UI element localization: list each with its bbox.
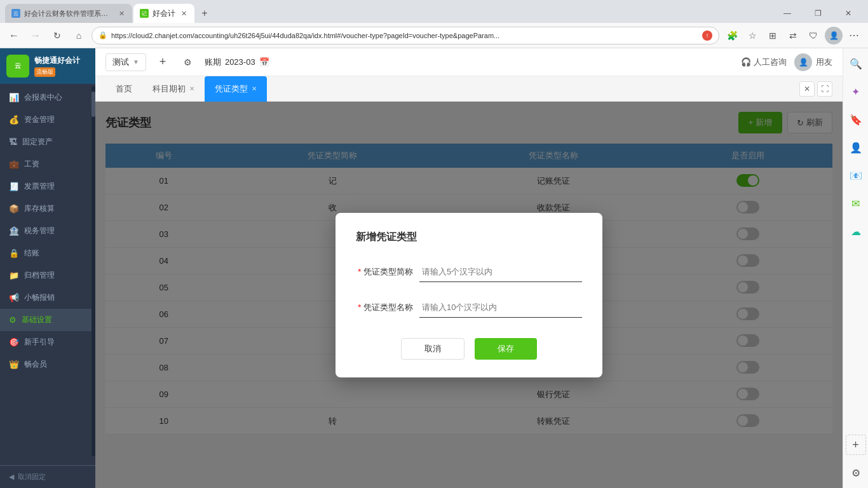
modal-title: 新增凭证类型	[356, 231, 582, 244]
sidebar-item-funds[interactable]: 💰 资金管理	[0, 109, 95, 131]
sidebar-item-tax[interactable]: 🏦 税务管理	[0, 220, 95, 242]
logo-title: 畅捷通好会计	[34, 55, 80, 66]
workspace-name: 测试	[112, 57, 129, 68]
abbr-required-star: *	[358, 267, 361, 276]
sidebar-item-expense[interactable]: 📢 小畅报销	[0, 287, 95, 309]
tab-subjects-label: 科目期初	[153, 83, 186, 95]
app-container: 云 畅捷通好会计 流畅版 📊 会报表中心 💰 资金管理 🏗 固定资产 💼 工资	[0, 48, 868, 488]
funds-icon: 💰	[9, 115, 19, 125]
tab-home-label: 首页	[116, 83, 132, 95]
reports-label: 会报表中心	[24, 92, 62, 103]
salary-label: 工资	[24, 159, 39, 170]
right-feather-btn[interactable]: ✉	[846, 193, 866, 214]
profile-btn[interactable]: 👤	[825, 27, 843, 44]
sidebar: 云 畅捷通好会计 流畅版 📊 会报表中心 💰 资金管理 🏗 固定资产 💼 工资	[0, 48, 95, 488]
tab-subjects[interactable]: 科目期初 ✕	[142, 76, 205, 102]
reports-icon: 📊	[9, 93, 19, 102]
checkout-label: 结账	[24, 248, 39, 259]
forward-btn[interactable]: →	[27, 27, 44, 44]
user-info[interactable]: 👤 用友	[794, 53, 832, 71]
right-search-btn[interactable]: 🔍	[846, 53, 866, 74]
tab-voucher-type[interactable]: 凭证类型 ✕	[205, 76, 267, 102]
extensions-area: 🧩 ☆ ⊞ ⇄ 🛡 👤 ⋯	[723, 27, 863, 44]
address-bar[interactable]: 🔒 https://cloud2.chanjet.com/accounting/…	[92, 27, 719, 44]
name-label-text: 凭证类型名称	[363, 302, 413, 312]
tab-subjects-close[interactable]: ✕	[189, 85, 194, 92]
address-text: https://cloud2.chanjet.com/accounting/uh…	[111, 32, 698, 39]
browser-controls: ← → ↻ ⌂ 🔒 https://cloud2.chanjet.com/acc…	[0, 23, 868, 48]
abbr-input[interactable]	[419, 262, 582, 282]
page-content: 凭证类型 + 新增 ↻ 刷新 编号 凭证类型简称	[95, 102, 843, 488]
right-bookmark-btn[interactable]: 🔖	[846, 109, 866, 130]
sidebar-item-vip[interactable]: 👑 畅会员	[0, 353, 95, 376]
archive-icon: 📁	[9, 271, 19, 280]
tab-voucher-close[interactable]: ✕	[252, 85, 257, 92]
sidebar-item-checkout[interactable]: 🔒 结账	[0, 242, 95, 264]
right-cloud-btn[interactable]: ☁	[846, 221, 866, 241]
sidebar-item-guide[interactable]: 🎯 新手引导	[0, 331, 95, 353]
view-btn[interactable]: ⊞	[764, 27, 782, 44]
period-value: 2023-03	[225, 57, 255, 67]
minimize-btn[interactable]: —	[773, 4, 802, 23]
main-area: 测试 ▼ + ⚙ 账期 2023-03 📅 🎧 人工咨询 👤 用友	[95, 48, 843, 488]
shield-btn[interactable]: 🛡	[804, 27, 822, 44]
tab-voucher-label: 凭证类型	[215, 83, 248, 95]
workspace-settings-btn[interactable]: ⚙	[179, 53, 197, 71]
name-required-star: *	[358, 302, 361, 312]
workspace-selector[interactable]: 测试 ▼	[105, 53, 146, 71]
tab-title-active: 好会计	[153, 8, 175, 19]
sidebar-footer[interactable]: ◀ 取消固定	[0, 465, 95, 488]
modal-footer: 取消 保存	[356, 338, 582, 360]
right-user-btn[interactable]: 👤	[846, 137, 866, 158]
sidebar-item-invoice[interactable]: 🧾 发票管理	[0, 175, 95, 198]
expense-label: 小畅报销	[24, 292, 55, 303]
consult-label: 人工咨询	[754, 57, 787, 68]
address-lock: 🔒	[98, 31, 107, 39]
sidebar-item-archive[interactable]: 📁 归档管理	[0, 264, 95, 287]
user-avatar: 👤	[794, 53, 812, 71]
browser-tab-inactive[interactable]: 云 好会计云财务软件管理系统_会计 ✕	[5, 4, 132, 23]
name-input[interactable]	[419, 297, 582, 318]
name-field-label: * 凭证类型名称	[356, 302, 419, 313]
right-settings-btn[interactable]: ⚙	[846, 463, 866, 483]
more-btn[interactable]: ⋯	[845, 27, 863, 44]
tab-favicon-green: 记	[140, 9, 149, 18]
browser-tab-active[interactable]: 记 好会计 ✕	[133, 4, 194, 23]
sidebar-item-salary[interactable]: 💼 工资	[0, 153, 95, 175]
right-star-btn[interactable]: ✦	[846, 81, 866, 102]
right-plus-btn[interactable]: +	[846, 435, 866, 455]
modal-overlay[interactable]: 新增凭证类型 * 凭证类型简称 * 凭证类型名称	[95, 102, 843, 488]
settings-icon: ⚙	[9, 315, 17, 325]
extensions-btn[interactable]: 🧩	[723, 27, 741, 44]
period-calendar-icon[interactable]: 📅	[259, 57, 269, 67]
sidebar-item-reports[interactable]: 📊 会报表中心	[0, 86, 95, 109]
tab-minimize-btn[interactable]: ✕	[799, 81, 815, 97]
tax-label: 税务管理	[24, 226, 55, 236]
close-btn[interactable]: ✕	[834, 4, 863, 23]
sidebar-item-assets[interactable]: 🏗 固定资产	[0, 131, 95, 153]
star-btn[interactable]: ☆	[743, 27, 761, 44]
new-tab-btn[interactable]: +	[196, 4, 214, 22]
back-btn[interactable]: ←	[5, 27, 23, 44]
checkout-icon: 🔒	[9, 248, 19, 258]
sidebar-item-inventory[interactable]: 📦 库存核算	[0, 198, 95, 220]
sidebar-nav: 📊 会报表中心 💰 资金管理 🏗 固定资产 💼 工资 🧾 发票管理 📦	[0, 84, 95, 465]
headset-icon: 🎧	[741, 57, 751, 67]
tab-maximize-btn[interactable]: ⛶	[817, 81, 832, 97]
guide-icon: 🎯	[9, 337, 19, 347]
tab-close[interactable]: ✕	[117, 9, 126, 18]
sidebar-item-settings[interactable]: ⚙ 基础设置	[0, 309, 95, 331]
home-btn[interactable]: ⌂	[70, 27, 88, 44]
maximize-btn[interactable]: ❐	[803, 4, 832, 23]
unpin-label: 取消固定	[18, 472, 46, 482]
save-button[interactable]: 保存	[475, 338, 537, 360]
tab-home[interactable]: 首页	[105, 76, 142, 102]
tab-close-active[interactable]: ✕	[179, 9, 188, 18]
cancel-button[interactable]: 取消	[401, 338, 465, 360]
consult-btn[interactable]: 🎧 人工咨询	[741, 57, 787, 68]
add-workspace-btn[interactable]: +	[154, 53, 172, 71]
refresh-browser-btn[interactable]: ↻	[48, 27, 66, 44]
period-info: 账期 2023-03 📅	[205, 57, 269, 68]
right-outlook-btn[interactable]: 📧	[846, 165, 866, 186]
sync-btn[interactable]: ⇄	[784, 27, 802, 44]
